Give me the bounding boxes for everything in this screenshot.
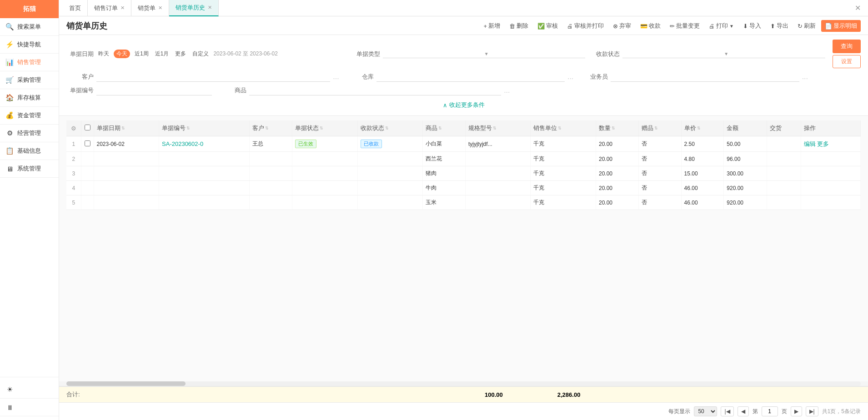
warehouse-dots[interactable]: ... (567, 73, 573, 81)
cell-goods-3: 牛肉 (423, 181, 466, 195)
salesperson-input[interactable] (611, 72, 799, 82)
custom-btn[interactable]: 自定义 (191, 50, 211, 58)
show-detail-button[interactable]: 📄 显示明细 (821, 20, 861, 32)
print-button[interactable]: 🖨 打印 ▼ (705, 20, 738, 32)
tab-home[interactable]: 首页 (63, 0, 88, 16)
collapse-button[interactable]: ∧ 收起更多条件 (66, 99, 861, 111)
refresh-button[interactable]: ↻ 刷新 (794, 20, 819, 32)
cell-price-1: 4.80 (681, 152, 724, 166)
doc-number-link[interactable]: SA-20230602-0 (162, 140, 203, 147)
cell-trade-4 (767, 195, 801, 210)
review-button[interactable]: ✅ 审核 (534, 20, 562, 32)
sort-icon-number[interactable]: ⇅ (186, 126, 190, 130)
sidebar-item-quick-nav[interactable]: ⚡ 快捷导航 (0, 36, 59, 54)
select-all-checkbox[interactable] (85, 125, 90, 130)
more-btn[interactable]: 更多 (173, 50, 188, 58)
doc-number-input[interactable] (96, 85, 212, 95)
export-button[interactable]: ⬆ 导出 (767, 20, 792, 32)
th-qty: 数量 ⇅ (596, 120, 639, 136)
tab-sales-order-close[interactable]: ✕ (120, 5, 125, 11)
row-checkbox[interactable] (85, 140, 90, 146)
cell-check-3 (81, 181, 94, 195)
delete-button[interactable]: 🗑 删除 (506, 20, 532, 32)
cell-check-4 (81, 195, 94, 210)
sort-icon-qty[interactable]: ⇅ (612, 126, 615, 130)
sidebar-item-sales-mgmt[interactable]: 📊 销售管理 (0, 54, 59, 71)
scrollbar-thumb[interactable] (66, 381, 186, 386)
sidebar-bottom-item1[interactable]: ☀ (0, 381, 59, 399)
abandon-button[interactable]: ⊗ 弃审 (609, 20, 635, 32)
filter-row-1: 单据日期 昨天 今天 近1周 近1月 更多 自定义 2023-06-02 至 2… (66, 40, 861, 68)
settings-button[interactable]: 设置 (833, 55, 861, 68)
warehouse-input[interactable] (376, 72, 565, 82)
edit-link[interactable]: 编辑 (804, 140, 816, 147)
review-print-button[interactable]: 🖨 审核并打印 (563, 20, 607, 32)
sidebar-bottom-item2[interactable]: ⏸ (0, 399, 59, 416)
tab-sales-history[interactable]: 销货单历史 ✕ (169, 0, 219, 16)
sort-icon-goods[interactable]: ⇅ (438, 126, 442, 130)
batch-change-button[interactable]: ✏ 批量变更 (666, 20, 703, 32)
tab-sales-order[interactable]: 销售订单 ✕ (88, 0, 131, 16)
tab-bar: 首页 销售订单 ✕ 销货单 ✕ 销货单历史 ✕ ✕ (59, 0, 868, 16)
new-button[interactable]: + 新增 (480, 20, 504, 32)
page-number-input[interactable]: 1 (762, 406, 778, 416)
customer-input[interactable] (96, 72, 330, 82)
date-range-display: 2023-06-02 至 2023-06-02 (213, 50, 277, 58)
sidebar-item-basic-info[interactable]: 📋 基础信息 (0, 142, 59, 160)
sort-icon-customer[interactable]: ⇅ (265, 126, 269, 130)
cell-customer-4 (250, 195, 292, 210)
cell-trade-0 (767, 136, 801, 152)
batch-icon: ✏ (670, 23, 675, 30)
tab-sales-delivery-close[interactable]: ✕ (158, 5, 162, 11)
cell-qty-4: 20.00 (596, 195, 639, 210)
per-page-select[interactable]: 50 100 200 (694, 406, 717, 416)
cell-customer-0: 王总 (250, 136, 292, 152)
collect-button[interactable]: 💳 收款 (637, 20, 664, 32)
sidebar-item-purchase-mgmt[interactable]: 🛒 采购管理 (0, 71, 59, 89)
sort-icon-gift[interactable]: ⇅ (654, 126, 658, 130)
tab-sales-delivery[interactable]: 销货单 ✕ (131, 0, 169, 16)
import-button[interactable]: ⬇ 导入 (739, 20, 765, 32)
more-link[interactable]: 更多 (817, 140, 829, 147)
today-btn[interactable]: 今天 (114, 50, 130, 58)
cell-customer-3 (250, 181, 292, 195)
salesperson-dots[interactable]: ... (802, 73, 808, 81)
sidebar-item-label: 经营管理 (17, 129, 41, 137)
abandon-icon: ⊗ (613, 23, 618, 30)
sidebar-item-system-mgmt[interactable]: 🖥 系统管理 (0, 160, 59, 178)
month-btn[interactable]: 近1月 (153, 50, 171, 58)
last-page-button[interactable]: ▶| (806, 406, 818, 416)
finance-icon: 💰 (5, 111, 14, 120)
sort-icon-price[interactable]: ⇅ (697, 126, 701, 130)
sort-icon-unit[interactable]: ⇅ (558, 126, 562, 130)
cell-customer-1 (250, 152, 292, 166)
customer-dots[interactable]: ... (333, 73, 339, 81)
week-btn[interactable]: 近1周 (133, 50, 151, 58)
basic-info-icon: 📋 (5, 147, 14, 155)
window-close-button[interactable]: ✕ (851, 4, 864, 12)
horizontal-scrollbar[interactable] (66, 381, 861, 386)
yesterday-btn[interactable]: 昨天 (96, 50, 111, 58)
sort-icon-spec[interactable]: ⇅ (493, 126, 497, 130)
tab-sales-order-label: 销售订单 (94, 4, 118, 12)
next-page-button[interactable]: ▶ (791, 406, 802, 416)
payment-status-select[interactable]: ▼ (622, 50, 825, 58)
sort-icon-paymentstatus[interactable]: ⇅ (385, 126, 389, 130)
sidebar: 拓猫 🔍 搜索菜单 ⚡ 快捷导航 📊 销售管理 🛒 采购管理 🏠 库存核算 💰 … (0, 0, 59, 420)
filter-salesperson: 业务员 ... (581, 72, 808, 82)
prev-page-button[interactable]: ◀ (738, 406, 749, 416)
tab-sales-history-close[interactable]: ✕ (208, 5, 212, 10)
table-settings-icon[interactable]: ⚙ (71, 125, 76, 132)
sidebar-item-finance-mgmt[interactable]: 💰 资金管理 (0, 107, 59, 125)
sidebar-item-search-menu[interactable]: 🔍 搜索菜单 (0, 18, 59, 36)
goods-dots[interactable]: ... (504, 86, 510, 95)
sidebar-item-inventory[interactable]: 🏠 库存核算 (0, 89, 59, 107)
sort-icon-docstatus[interactable]: ⇅ (320, 126, 323, 130)
doc-type-select[interactable]: ▼ (383, 50, 586, 58)
query-button[interactable]: 查询 (833, 40, 861, 53)
first-page-button[interactable]: |◀ (721, 406, 733, 416)
th-date: 单据日期 ⇅ (94, 120, 159, 136)
goods-input[interactable] (249, 85, 501, 95)
sidebar-item-operation-mgmt[interactable]: ⚙ 经营管理 (0, 125, 59, 142)
sort-icon-date[interactable]: ⇅ (121, 126, 125, 130)
